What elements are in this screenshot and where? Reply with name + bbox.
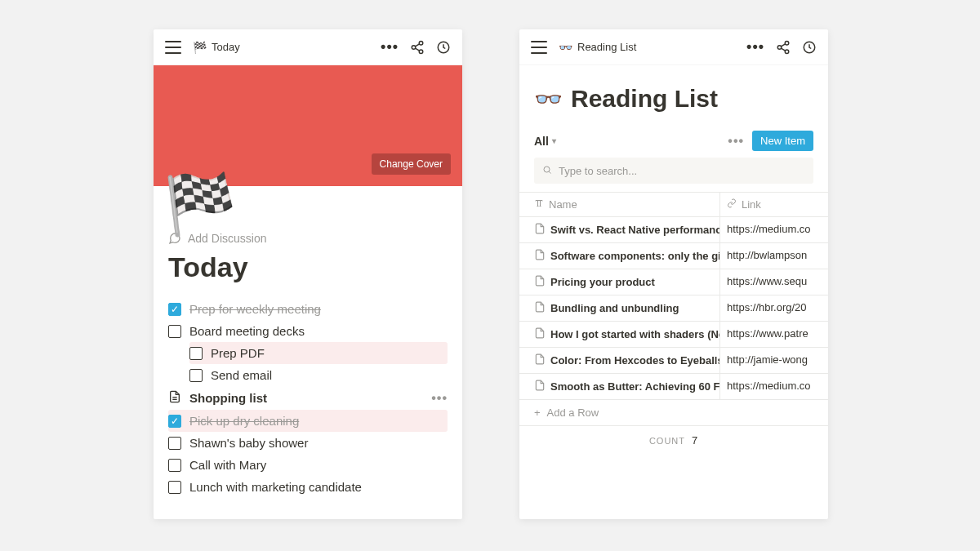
cell-link: https://www.sequ (720, 269, 828, 295)
cell-name: How I got started with shaders (Non-S (550, 328, 720, 340)
subpage-link[interactable]: Shopping list ••• (168, 386, 448, 410)
table-row[interactable]: Software components: only the giants htt… (519, 243, 828, 269)
checkbox-icon[interactable] (189, 369, 203, 382)
table-row[interactable]: Swift vs. React Native performance https… (519, 217, 828, 243)
column-header-name[interactable]: Name (519, 193, 720, 216)
today-page-window: 🏁 Today ••• Change Cover 🏁 Add Discussio… (154, 29, 462, 519)
svg-point-0 (419, 41, 423, 45)
plus-icon: + (534, 407, 541, 419)
svg-line-11 (781, 43, 785, 46)
search-box[interactable] (534, 158, 813, 184)
todo-label: Prep for weekly meeting (189, 302, 321, 316)
search-icon (542, 163, 552, 178)
todo-label: Pick up dry cleaning (189, 414, 299, 428)
more-icon[interactable]: ••• (746, 38, 764, 56)
page-icon (534, 301, 546, 315)
page-cover: Change Cover 🏁 (154, 65, 462, 186)
table-row[interactable]: Bundling and unbundling https://hbr.org/… (519, 295, 828, 322)
database-table: Name Link Swift vs. React Native perform… (519, 192, 828, 455)
todo-item[interactable]: Prep for weekly meeting (168, 298, 448, 320)
share-icon[interactable] (776, 40, 791, 55)
cell-name: Smooth as Butter: Achieving 60 FPS A (550, 380, 720, 393)
page-emoji[interactable]: 🏁 (163, 175, 237, 233)
menu-icon[interactable] (165, 41, 181, 54)
cell-name: Color: From Hexcodes to Eyeballs (550, 354, 720, 367)
link-type-icon (727, 198, 737, 211)
cell-link: https://medium.co (720, 217, 828, 242)
cell-name: Bundling and unbundling (550, 302, 679, 314)
page-title-row: 👓 Reading List (534, 85, 813, 113)
svg-point-14 (544, 167, 550, 172)
checkbox-icon[interactable] (189, 347, 203, 360)
subpage-label: Shopping list (189, 391, 267, 405)
database-view-bar: All ▾ ••• New Item (534, 131, 813, 151)
view-selector[interactable]: All ▾ (534, 135, 556, 148)
page-icon (534, 275, 546, 289)
add-row-button[interactable]: + Add a Row (519, 400, 828, 426)
menu-icon[interactable] (531, 41, 547, 54)
svg-line-12 (781, 48, 785, 51)
svg-line-15 (549, 171, 550, 173)
checkbox-icon[interactable] (168, 481, 181, 494)
svg-point-9 (777, 45, 782, 49)
cell-link: https://medium.co (720, 374, 828, 399)
page-icon (534, 353, 546, 367)
cell-link: http://bwlampson (720, 243, 828, 269)
svg-line-4 (415, 48, 419, 51)
cell-link: https://hbr.org/20 (720, 295, 828, 321)
checkbox-icon[interactable] (168, 325, 181, 338)
column-header-link[interactable]: Link (720, 193, 828, 216)
page-title[interactable]: Reading List (571, 85, 718, 113)
svg-point-8 (785, 41, 789, 45)
todo-item[interactable]: Pick up dry cleaning (168, 410, 448, 432)
todo-label: Call with Mary (189, 458, 266, 472)
table-row[interactable]: Smooth as Butter: Achieving 60 FPS A htt… (519, 374, 828, 400)
table-row[interactable]: How I got started with shaders (Non-S ht… (519, 322, 828, 348)
table-row[interactable]: Color: From Hexcodes to Eyeballs http://… (519, 348, 828, 374)
checkbox-icon[interactable] (168, 459, 181, 472)
todo-label: Send email (211, 368, 272, 382)
todo-item[interactable]: Send email (189, 364, 448, 386)
count-summary: COUNT 7 (519, 426, 828, 455)
todo-item[interactable]: Prep PDF (189, 342, 448, 364)
todo-item[interactable]: Shawn's baby shower (168, 432, 448, 454)
share-icon[interactable] (410, 40, 425, 55)
text-type-icon (534, 198, 544, 211)
breadcrumb-label[interactable]: Reading List (577, 41, 636, 53)
page-title[interactable]: Today (168, 251, 448, 283)
cell-name: Swift vs. React Native performance (550, 224, 720, 236)
todo-item[interactable]: Board meeting decks (168, 320, 448, 342)
table-header-row: Name Link (519, 193, 828, 217)
count-value: 7 (692, 434, 698, 447)
todo-item[interactable]: Call with Mary (168, 454, 448, 476)
table-row[interactable]: Pricing your product https://www.sequ (519, 269, 828, 295)
history-icon[interactable] (802, 40, 817, 55)
todo-label: Board meeting decks (189, 324, 305, 338)
add-row-label: Add a Row (547, 407, 599, 419)
new-item-button[interactable]: New Item (752, 131, 813, 151)
todo-item[interactable]: Lunch with marketing candidate (168, 476, 448, 498)
cell-link: http://jamie-wong (720, 348, 828, 373)
search-input[interactable] (559, 165, 805, 177)
svg-point-10 (785, 50, 789, 54)
history-icon[interactable] (436, 40, 451, 55)
todo-label: Lunch with marketing candidate (189, 480, 362, 494)
svg-point-1 (412, 45, 416, 49)
breadcrumb-icon: 🏁 (193, 41, 207, 54)
cell-name: Pricing your product (550, 276, 655, 288)
view-name-label: All (534, 135, 549, 148)
checkbox-icon[interactable] (168, 437, 181, 450)
checkbox-icon[interactable] (168, 303, 181, 316)
breadcrumb-label[interactable]: Today (212, 41, 240, 53)
page-icon (534, 249, 546, 263)
column-link-label: Link (742, 198, 761, 211)
todo-label: Shawn's baby shower (189, 436, 308, 450)
topbar: 🏁 Today ••• (154, 29, 462, 65)
more-icon[interactable]: ••• (381, 38, 399, 56)
page-emoji[interactable]: 👓 (534, 86, 563, 113)
view-more-icon[interactable]: ••• (728, 134, 744, 149)
count-label: COUNT (649, 436, 685, 446)
change-cover-button[interactable]: Change Cover (372, 153, 451, 175)
checkbox-icon[interactable] (168, 415, 181, 428)
row-more-icon[interactable]: ••• (431, 391, 448, 406)
